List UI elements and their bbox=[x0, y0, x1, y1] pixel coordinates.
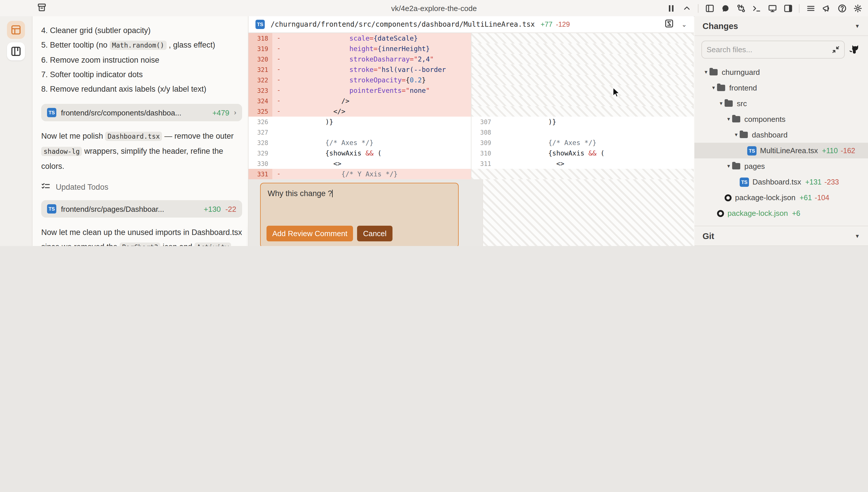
help-icon[interactable] bbox=[837, 3, 846, 13]
collapse-tree-icon[interactable] bbox=[832, 46, 840, 53]
diff-line-left[interactable]: 320- strokeDasharray="2,4" bbox=[249, 54, 471, 65]
cancel-button[interactable]: Cancel bbox=[357, 226, 393, 241]
cat-icon[interactable] bbox=[849, 44, 861, 55]
review-comment-input[interactable]: Why this change ? bbox=[261, 183, 458, 204]
tree-item-package-lock-json[interactable]: package-lock.json+61-104 bbox=[695, 190, 868, 205]
monitor-icon[interactable] bbox=[768, 3, 777, 13]
announce-icon[interactable] bbox=[822, 3, 831, 13]
diff-line-left[interactable]: 328 {/* Axes */} bbox=[249, 138, 471, 148]
diff-line-left[interactable]: 331- {/* Y Axis */} bbox=[249, 169, 471, 179]
inline-code: BarChart3 bbox=[120, 243, 161, 246]
diff-line-right[interactable]: 310 {showAxis && ( bbox=[471, 148, 694, 158]
chat-transcript[interactable]: 4. Cleaner grid (subtler opacity) 5. Bet… bbox=[32, 16, 248, 246]
pause-icon[interactable] bbox=[666, 3, 676, 13]
review-comment-box[interactable]: Why this change ?Add Review CommentCance… bbox=[260, 183, 459, 246]
diff-line-left[interactable]: 325- </> bbox=[249, 106, 471, 117]
right-sidebar: Changes ▼ Search files... ▼churnguard▼fr… bbox=[695, 16, 868, 246]
diff-row: 322- strokeOpacity={0.2} bbox=[249, 75, 694, 85]
git-section-header[interactable]: Git ▼ bbox=[695, 226, 868, 246]
diff-line-left[interactable]: 318- scale={dateScale} bbox=[249, 33, 471, 44]
tree-item-frontend[interactable]: ▼frontend bbox=[695, 80, 868, 96]
folder-icon bbox=[717, 85, 725, 91]
kanban-view-button[interactable] bbox=[7, 42, 25, 60]
chevron-down-icon[interactable]: ⌄ bbox=[682, 21, 687, 28]
diff-header[interactable]: TS /churnguard/frontend/src/components/d… bbox=[249, 16, 694, 33]
typescript-icon: TS bbox=[47, 204, 56, 214]
diff-line-right[interactable] bbox=[471, 33, 694, 44]
updated-todos-row[interactable]: Updated Todos bbox=[41, 182, 242, 192]
removed-count: -22 bbox=[225, 204, 236, 213]
tree-item-churnguard[interactable]: ▼churnguard bbox=[695, 65, 868, 80]
diff-line-right[interactable] bbox=[471, 106, 694, 117]
file-change-chip[interactable]: TS frontend/src/components/dashboa... +4… bbox=[41, 104, 242, 121]
diff-line-right[interactable] bbox=[471, 44, 694, 54]
tree-caret-icon[interactable]: ▼ bbox=[710, 85, 717, 91]
git-compare-icon[interactable] bbox=[736, 3, 746, 13]
diff-line-right[interactable]: 309 {/* Axes */} bbox=[471, 138, 694, 148]
diff-line-right[interactable] bbox=[471, 96, 694, 106]
panel-left-icon[interactable] bbox=[705, 3, 714, 13]
diff-line-right[interactable]: 307 )} bbox=[471, 117, 694, 127]
diff-line-left[interactable]: 329 {showAxis && ( bbox=[249, 148, 471, 158]
tree-caret-icon[interactable]: ▼ bbox=[725, 164, 732, 169]
tree-item-components[interactable]: ▼components bbox=[695, 112, 868, 127]
diff-row: 326 )}307 )} bbox=[249, 117, 694, 127]
diff-row: 329 {showAxis && (310 {showAxis && ( bbox=[249, 148, 694, 158]
added-count: +61 bbox=[799, 194, 812, 202]
file-name: frontend bbox=[729, 83, 757, 92]
title-bar: vk/4e2a-explore-the-code bbox=[0, 0, 868, 17]
assistant-message: Now let me polish Dashboard.tsx — remove… bbox=[41, 129, 242, 173]
archive-icon[interactable] bbox=[37, 3, 46, 15]
diff-line-left[interactable]: 326 )} bbox=[249, 117, 471, 127]
typescript-icon: TS bbox=[740, 177, 749, 187]
add-review-comment-button[interactable]: Add Review Comment bbox=[266, 226, 353, 241]
diff-line-left[interactable]: 319- height={innerHeight} bbox=[249, 44, 471, 54]
typescript-icon: TS bbox=[256, 20, 265, 29]
diff-line-left[interactable]: 327 bbox=[249, 127, 471, 138]
tree-caret-icon[interactable]: ▼ bbox=[718, 101, 725, 106]
menu-icon[interactable] bbox=[806, 3, 815, 13]
panel-right-icon[interactable] bbox=[783, 3, 793, 13]
collapse-up-icon[interactable] bbox=[682, 3, 691, 13]
folder-icon bbox=[740, 132, 748, 138]
added-count: +6 bbox=[792, 209, 800, 217]
tree-item-dashboard[interactable]: ▼dashboard bbox=[695, 127, 868, 143]
file-change-chip[interactable]: TS frontend/src/pages/Dashboar... +130 -… bbox=[41, 200, 242, 218]
diff-line-right[interactable]: 308 bbox=[471, 127, 694, 138]
tree-item-src[interactable]: ▼src bbox=[695, 96, 868, 112]
tree-item-package-lock-json[interactable]: package-lock.json+6 bbox=[695, 205, 868, 221]
diff-body[interactable]: 318- scale={dateScale}319- height={inner… bbox=[249, 33, 694, 246]
diff-line-left[interactable]: 321- stroke="hsl(var(--border bbox=[249, 65, 471, 75]
diff-line-right[interactable] bbox=[471, 65, 694, 75]
diff-line-left[interactable]: 323- pointerEvents="none" bbox=[249, 85, 471, 96]
diff-view-icon[interactable] bbox=[665, 19, 674, 30]
diff-line-left[interactable]: 322- strokeOpacity={0.2} bbox=[249, 75, 471, 85]
diff-line-right[interactable]: 311 <> bbox=[471, 158, 694, 169]
chat-bubble-icon[interactable] bbox=[721, 3, 730, 13]
tree-item-dashboard-tsx[interactable]: TSDashboard.tsx+131-233 bbox=[695, 174, 868, 190]
tree-caret-icon[interactable]: ▼ bbox=[725, 117, 732, 122]
diff-line-left[interactable]: 324- /> bbox=[249, 96, 471, 106]
layout-view-button[interactable] bbox=[7, 21, 25, 39]
terminal-icon[interactable] bbox=[752, 3, 761, 13]
left-rail: ★ 22k 346 bbox=[0, 16, 32, 246]
added-count: +77 bbox=[541, 20, 553, 28]
diff-line-left[interactable]: 330 <> bbox=[249, 158, 471, 169]
diff-line-right[interactable] bbox=[471, 54, 694, 65]
diff-line-right[interactable] bbox=[471, 169, 694, 179]
search-files-input[interactable]: Search files... bbox=[701, 41, 845, 58]
file-path: frontend/src/pages/Dashboar... bbox=[61, 204, 199, 213]
settings-gear-icon[interactable] bbox=[853, 3, 862, 13]
tree-caret-icon[interactable]: ▼ bbox=[703, 70, 709, 75]
diff-line-right[interactable] bbox=[471, 85, 694, 96]
file-name: package-lock.json bbox=[735, 193, 795, 202]
diff-line-right[interactable] bbox=[471, 75, 694, 85]
tree-caret-icon[interactable]: ▼ bbox=[733, 132, 740, 138]
inline-code: shadow-lg bbox=[41, 147, 82, 156]
changes-section-header[interactable]: Changes ▼ bbox=[695, 16, 868, 36]
folder-icon bbox=[725, 100, 733, 107]
file-name: components bbox=[744, 115, 785, 124]
tree-item-pages[interactable]: ▼pages bbox=[695, 158, 868, 174]
typescript-icon: TS bbox=[747, 146, 756, 155]
tree-item-multilinearea-tsx[interactable]: TSMultiLineArea.tsx+110-162 bbox=[695, 143, 868, 158]
